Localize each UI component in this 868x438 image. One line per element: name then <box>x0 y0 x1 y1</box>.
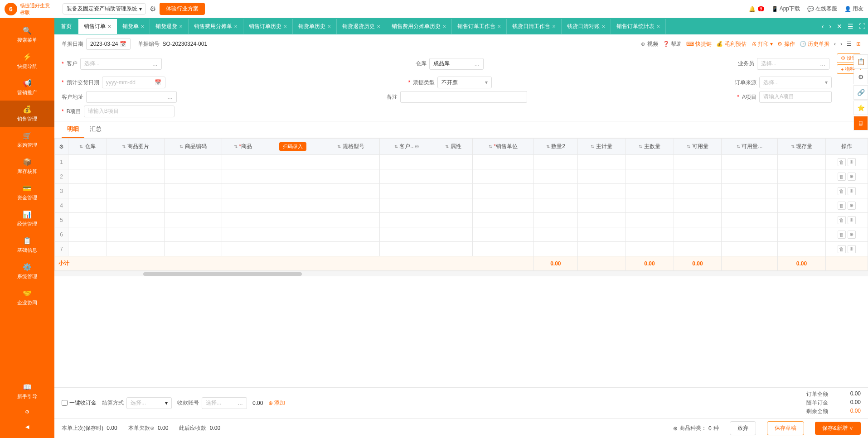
tab-prev-arrow[interactable]: ‹ <box>819 23 827 30</box>
row-2-attr[interactable] <box>434 169 473 184</box>
row-2-main-qty[interactable] <box>626 169 674 184</box>
tab-sales-fee[interactable]: 销售费用分摊单 ✕ <box>189 19 243 34</box>
tab-close-all[interactable]: ✕ <box>834 23 845 30</box>
tab-return-history[interactable]: 销货退货历史 ✕ <box>337 19 386 34</box>
row-1-delete-icon[interactable]: 🗑 <box>838 158 846 166</box>
row-7-main-unit[interactable] <box>577 242 626 256</box>
address-input[interactable]: … <box>86 91 177 103</box>
detail-tab-detail[interactable]: 明细 <box>62 121 84 138</box>
row-2-available2[interactable] <box>722 169 778 184</box>
sidebar-item-system[interactable]: ⚙️ 系统管理 <box>0 258 54 284</box>
a-project-input[interactable]: 请输入A项目 <box>759 91 832 103</box>
row-5-warehouse[interactable] <box>68 213 107 227</box>
settlement-select[interactable]: 选择... ▾ <box>126 397 172 409</box>
tab-sales-stats[interactable]: 销售订单统计表 ✕ <box>611 19 666 34</box>
row-1-code[interactable] <box>164 155 222 169</box>
row-7-product[interactable] <box>222 242 264 256</box>
sidebar-settings-btn[interactable]: ⚙ <box>0 404 54 419</box>
row-7-scan[interactable] <box>264 242 322 256</box>
row-6-main-qty[interactable] <box>626 227 674 242</box>
row-2-copy-icon[interactable]: ⊕ <box>848 173 856 181</box>
sidebar-item-enterprise[interactable]: 🤝 企业协同 <box>0 284 54 311</box>
row-6-image[interactable] <box>107 227 164 242</box>
tab-menu-icon[interactable]: ☰ <box>845 23 856 30</box>
row-3-qty2[interactable] <box>534 184 578 198</box>
nav-next-icon[interactable]: › <box>840 41 842 47</box>
sidebar-item-search[interactable]: 🔍 搜索菜单 <box>0 22 54 48</box>
row-5-customer[interactable] <box>380 213 434 227</box>
gear-icon[interactable]: ⚙ <box>150 5 156 13</box>
scan-button[interactable]: 扫码录入 <box>279 142 306 151</box>
row-5-image[interactable] <box>107 213 164 227</box>
row-1-spec[interactable] <box>322 155 380 169</box>
close-tab-fee-history[interactable]: ✕ <box>442 24 446 29</box>
operation-link[interactable]: ⚙ 操作 <box>777 40 795 48</box>
row-1-available2[interactable] <box>722 155 778 169</box>
app-download-link[interactable]: 📱 App下载 <box>771 5 800 13</box>
row-1-main-qty[interactable] <box>626 155 674 169</box>
col-settings[interactable]: ⚙ <box>55 139 68 155</box>
row-2-qty2[interactable] <box>534 169 578 184</box>
sidebar-item-operations[interactable]: 📊 经营管理 <box>0 206 54 232</box>
row-3-attr[interactable] <box>434 184 473 198</box>
right-float-btn-4[interactable]: ⭐ <box>853 101 868 115</box>
row-7-delete-icon[interactable]: 🗑 <box>838 245 846 253</box>
row-1-customer[interactable] <box>380 155 434 169</box>
row-3-delete-icon[interactable]: 🗑 <box>838 187 846 195</box>
row-1-qty2[interactable] <box>534 155 578 169</box>
tab-goods-history[interactable]: 销货单历史 ✕ <box>293 19 337 34</box>
tab-home[interactable]: 首页 <box>54 19 78 34</box>
invoice-select[interactable]: 不开票 ▾ <box>437 77 492 88</box>
close-tab-sales-order[interactable]: ✕ <box>107 24 111 29</box>
row-4-image[interactable] <box>107 198 164 213</box>
customer-input[interactable]: 选择... … <box>80 58 162 70</box>
row-4-main-unit[interactable] <box>577 198 626 213</box>
row-6-code[interactable] <box>164 227 222 242</box>
row-7-code[interactable] <box>164 242 222 256</box>
row-3-current[interactable] <box>777 184 825 198</box>
tab-sales-order[interactable]: 销售订单 ✕ <box>78 19 117 34</box>
sidebar-item-inventory[interactable]: 📦 库存核算 <box>0 153 54 179</box>
row-7-customer[interactable] <box>380 242 434 256</box>
row-1-unit[interactable] <box>472 155 533 169</box>
close-tab-sales-goods[interactable]: ✕ <box>141 24 144 29</box>
row-2-code[interactable] <box>164 169 222 184</box>
row-2-unit[interactable] <box>472 169 533 184</box>
row-7-current[interactable] <box>777 242 825 256</box>
row-5-delete-icon[interactable]: 🗑 <box>838 216 846 224</box>
row-3-scan[interactable] <box>264 184 322 198</box>
row-5-qty2[interactable] <box>534 213 578 227</box>
row-4-customer[interactable] <box>380 198 434 213</box>
row-3-warehouse[interactable] <box>68 184 107 198</box>
row-1-available[interactable] <box>674 155 722 169</box>
row-3-available2[interactable] <box>722 184 778 198</box>
row-6-attr[interactable] <box>434 227 473 242</box>
row-2-current[interactable] <box>777 169 825 184</box>
tab-sales-goods[interactable]: 销货单 ✕ <box>117 19 150 34</box>
row-3-code[interactable] <box>164 184 222 198</box>
staff-input[interactable]: 选择... … <box>757 58 829 70</box>
row-7-spec[interactable] <box>322 242 380 256</box>
save-new-button[interactable]: 保存&新增 ∨ <box>815 422 861 435</box>
close-tab-order-workbench[interactable]: ✕ <box>497 24 501 29</box>
row-2-available[interactable] <box>674 169 722 184</box>
row-4-available2[interactable] <box>722 198 778 213</box>
row-4-current[interactable] <box>777 198 825 213</box>
row-4-main-qty[interactable] <box>626 198 674 213</box>
row-1-image[interactable] <box>107 155 164 169</box>
scrollbar-thumb[interactable] <box>143 272 302 276</box>
solution-button[interactable]: 体验行业方案 <box>160 3 205 15</box>
row-2-product[interactable] <box>222 169 264 184</box>
row-7-available2[interactable] <box>722 242 778 256</box>
b-project-input[interactable]: 请输入B项目 <box>84 106 175 117</box>
tab-next-arrow[interactable]: › <box>826 23 834 30</box>
history-link[interactable]: 🕒 历史单据 <box>800 40 829 48</box>
row-2-spec[interactable] <box>322 169 380 184</box>
detail-tab-summary[interactable]: 汇总 <box>84 121 107 138</box>
row-6-delete-icon[interactable]: 🗑 <box>838 231 846 239</box>
one-key-checkout-checkbox[interactable]: 一键收订金 <box>62 399 97 407</box>
row-4-product[interactable] <box>222 198 264 213</box>
add-payment-button[interactable]: ⊕ 添加 <box>268 399 285 407</box>
row-4-scan[interactable] <box>264 198 322 213</box>
row-5-scan[interactable] <box>264 213 322 227</box>
